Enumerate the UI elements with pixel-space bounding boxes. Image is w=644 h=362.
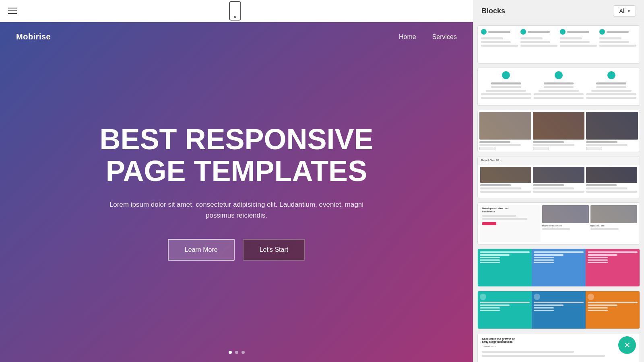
block-thumb-3[interactable] (477, 110, 640, 152)
toolbar-center (229, 1, 241, 21)
blocks-panel: Blocks All ▾ (473, 0, 644, 362)
navbar-brand[interactable]: Mobirise (16, 32, 51, 41)
blocks-filter-label: All (619, 8, 625, 14)
block-thumb-4[interactable]: Read Our Blog (477, 156, 640, 198)
editor-area: Mobirise Home Services BEST RESPONSIVE P… (0, 0, 473, 362)
hero-dots-indicator (229, 351, 245, 354)
chevron-down-icon: ▾ (628, 9, 630, 13)
close-button[interactable]: ✕ (618, 336, 636, 354)
hero-dot-1[interactable] (229, 351, 232, 354)
hero-dot-2[interactable] (235, 351, 238, 354)
blocks-panel-title: Blocks (481, 7, 505, 15)
mobile-preview-icon[interactable] (229, 1, 241, 21)
block-thumb-7[interactable] (477, 291, 640, 329)
learn-more-button[interactable]: Learn More (168, 239, 235, 261)
navbar-links: Home Services (399, 33, 457, 41)
block-thumb-1[interactable] (477, 25, 640, 64)
preview-navbar: Mobirise Home Services (0, 22, 473, 51)
hero-dot-3[interactable] (242, 351, 245, 354)
hero-title: BEST RESPONSIVE PAGE TEMPLATES (99, 123, 373, 187)
block-thumb-2[interactable] (477, 68, 640, 106)
blocks-filter-button[interactable]: All ▾ (613, 5, 636, 16)
block-thumb-5[interactable]: Development directionconference financia… (477, 202, 640, 245)
blocks-list[interactable]: Read Our Blog (473, 22, 644, 362)
hero-title-line2: PAGE TEMPLATES (106, 155, 367, 187)
blocks-header: Blocks All ▾ (473, 0, 644, 22)
nav-link-home[interactable]: Home (399, 33, 416, 41)
block-thumb-8[interactable]: Accelerate the growth ofearly stage busi… (477, 333, 640, 362)
hero-content: BEST RESPONSIVE PAGE TEMPLATES Lorem ips… (0, 22, 473, 362)
lets-start-button[interactable]: Let's Start (243, 239, 305, 261)
preview-canvas: Mobirise Home Services BEST RESPONSIVE P… (0, 22, 473, 362)
nav-link-services[interactable]: Services (432, 33, 457, 41)
hamburger-menu-icon[interactable] (8, 8, 17, 14)
toolbar-left (8, 8, 17, 14)
blog-header-label: Read Our Blog (481, 158, 502, 162)
hero-buttons: Learn More Let's Start (168, 239, 305, 261)
hero-section: Mobirise Home Services BEST RESPONSIVE P… (0, 22, 473, 362)
hero-subtitle: Lorem ipsum dolor sit amet, consectetur … (96, 199, 378, 221)
hero-title-line1: BEST RESPONSIVE (99, 123, 373, 155)
block-thumb-6[interactable] (477, 249, 640, 287)
top-toolbar (0, 0, 473, 22)
